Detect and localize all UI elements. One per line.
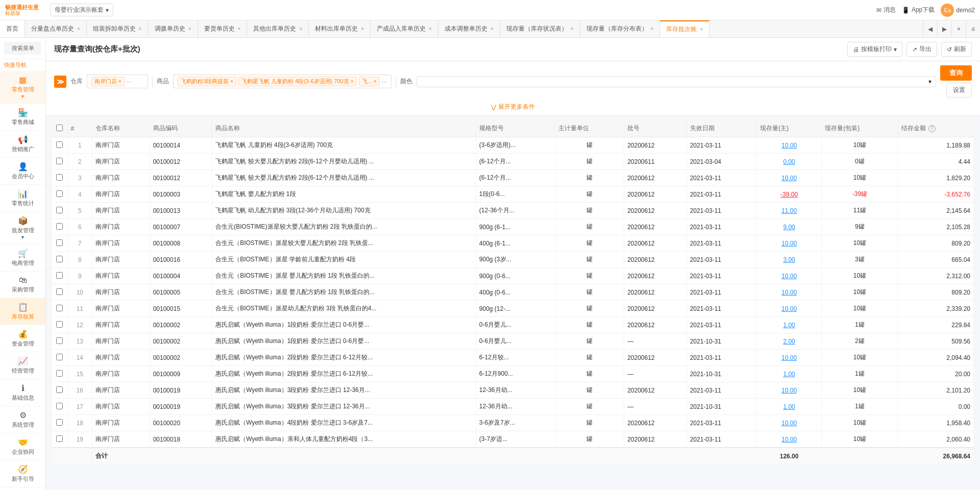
stock-main-link[interactable]: 1.00 (783, 322, 795, 329)
sidebar-item-purchase[interactable]: 🛍 采购管理 (0, 272, 45, 298)
row-checkbox[interactable] (56, 174, 63, 181)
row-checkbox[interactable] (56, 158, 63, 164)
row-checkbox[interactable] (56, 223, 63, 230)
close-icon[interactable]: × (238, 26, 241, 32)
stock-main-link[interactable]: 1.00 (783, 403, 795, 410)
row-checkbox-cell[interactable] (52, 186, 67, 203)
row-checkbox[interactable] (56, 386, 63, 393)
sidebar-item-basics[interactable]: ℹ 基础信息 (0, 379, 45, 406)
tab-next-button[interactable]: ▶ (937, 20, 951, 38)
export-button[interactable]: ↗ 导出 (906, 42, 937, 57)
close-icon[interactable]: × (299, 26, 302, 32)
select-all-checkbox[interactable] (56, 125, 63, 131)
stock-main-link[interactable]: 9.00 (783, 224, 795, 231)
row-checkbox-cell[interactable] (52, 219, 67, 235)
account-dropdown[interactable]: 母婴行业演示账套 ▾ (50, 4, 113, 16)
tab-kucun-pici[interactable]: 库存批次账 × (660, 20, 709, 38)
row-checkbox[interactable] (56, 272, 63, 279)
row-checkbox-cell[interactable] (52, 366, 67, 382)
tab-cailiaochuku[interactable]: 材料出库单历史 × (309, 20, 371, 38)
close-icon[interactable]: × (188, 26, 191, 32)
row-checkbox-cell[interactable] (52, 170, 67, 186)
stock-main-link[interactable]: 10.00 (781, 289, 797, 296)
stock-main-link[interactable]: 2.00 (783, 338, 795, 345)
sidebar-item-system[interactable]: ⚙ 系统管理 (0, 406, 45, 433)
stock-main-link[interactable]: 10.00 (781, 387, 797, 394)
amount-info-icon[interactable]: ? (928, 125, 936, 132)
row-checkbox-cell[interactable] (52, 350, 67, 366)
sidebar-item-wholesale[interactable]: 📦 批发管理 ▾ (0, 212, 45, 244)
stock-main-link[interactable]: 0.00 (783, 158, 795, 165)
row-checkbox[interactable] (56, 141, 63, 148)
row-checkbox[interactable] (56, 337, 63, 344)
row-checkbox-cell[interactable] (52, 415, 67, 431)
row-checkbox[interactable] (56, 370, 63, 377)
stock-main-link[interactable]: 1.00 (783, 371, 795, 378)
stock-main-link[interactable]: 10.00 (781, 436, 797, 443)
sidebar-item-retail-shop[interactable]: 🏪 零售商城 (0, 104, 45, 131)
tab-diaobodanji[interactable]: 调拨单历史 × (149, 20, 198, 38)
stock-main-link[interactable]: 10.00 (781, 354, 797, 361)
sidebar-item-retail-mgmt[interactable]: ▦ 零售管理 ▾ (0, 71, 45, 104)
row-checkbox[interactable] (56, 419, 63, 426)
row-checkbox-cell[interactable] (52, 235, 67, 252)
row-checkbox-cell[interactable] (52, 399, 67, 415)
tab-chanchengpin[interactable]: 产成品入库单历史 × (371, 20, 438, 38)
close-icon[interactable]: × (651, 26, 654, 32)
row-checkbox[interactable] (56, 256, 63, 262)
sidebar-item-retail-stat[interactable]: 📊 零售统计 (0, 185, 45, 212)
close-icon[interactable]: × (700, 27, 703, 32)
stock-main-link[interactable]: 10.00 (781, 240, 797, 247)
row-checkbox[interactable] (56, 190, 63, 197)
row-checkbox[interactable] (56, 403, 63, 409)
template-print-button[interactable]: 🖨 按模板打印 ▾ (847, 42, 902, 57)
tab-xiancunliang1[interactable]: 现存量（库存状况表） × (500, 20, 580, 38)
remove-product-tag-3[interactable]: × (374, 79, 377, 84)
row-checkbox-cell[interactable] (52, 154, 67, 170)
user-area[interactable]: Ea demo2 (941, 4, 975, 17)
row-checkbox[interactable] (56, 305, 63, 311)
filter-toggle-button[interactable]: ≫ (54, 76, 66, 88)
remove-product-tag-1[interactable]: × (230, 79, 233, 84)
row-checkbox-cell[interactable] (52, 431, 67, 448)
sidebar-item-marketing[interactable]: 📢 营销推广 (0, 131, 45, 158)
tab-chengbentiaoz[interactable]: 成本调整单历史 × (438, 20, 500, 38)
warehouse-filter-input[interactable]: 南岸门店 × ··· (87, 75, 148, 88)
tab-fenliangpandian[interactable]: 分量盘点单历史 × (25, 20, 87, 38)
tab-close-button[interactable]: × (951, 20, 966, 38)
color-filter-input[interactable]: ▾ (416, 76, 936, 87)
stock-main-link[interactable]: 10.00 (781, 142, 797, 149)
close-icon[interactable]: × (361, 26, 364, 32)
sidebar-item-ecommerce[interactable]: 🛒 电商管理 (0, 244, 45, 272)
close-icon[interactable]: × (571, 26, 574, 32)
filter-ellipsis2[interactable]: ··· (382, 78, 387, 85)
row-checkbox[interactable] (56, 207, 63, 213)
close-icon[interactable]: × (77, 26, 80, 32)
row-checkbox[interactable] (56, 288, 63, 295)
sidebar-item-guide[interactable]: 🧭 新手引导 (0, 460, 45, 487)
expand-more-button[interactable]: ⋁ 展开更多条件 (491, 103, 535, 111)
sidebar-item-finance[interactable]: 💰 资金管理 (0, 325, 45, 352)
stock-main-link[interactable]: 10.00 (781, 420, 797, 427)
close-icon[interactable]: × (491, 26, 494, 32)
close-icon[interactable]: × (139, 26, 142, 32)
row-checkbox-cell[interactable] (52, 137, 67, 154)
tab-zuzhangchaijian[interactable]: 组装拆卸单历史 × (87, 20, 149, 38)
stock-main-link[interactable]: 3.00 (783, 256, 795, 263)
row-checkbox[interactable] (56, 435, 63, 442)
tab-qitachuku[interactable]: 其他出库单历史 × (247, 20, 309, 38)
refresh-button[interactable]: ↺ 刷新 (941, 42, 972, 57)
sidebar-item-collab[interactable]: 🤝 企业协同 (0, 433, 45, 460)
row-checkbox-cell[interactable] (52, 382, 67, 399)
stock-main-link[interactable]: 10.00 (781, 273, 797, 280)
row-checkbox[interactable] (56, 321, 63, 328)
setting-button[interactable]: 设置 (946, 83, 972, 97)
sidebar-item-inventory[interactable]: 📋 库存核算 (0, 298, 45, 325)
remove-warehouse-tag[interactable]: × (118, 79, 121, 84)
stock-main-link[interactable]: -39.00 (780, 191, 798, 198)
stock-main-link[interactable]: 10.00 (781, 305, 797, 312)
row-checkbox-cell[interactable] (52, 284, 67, 301)
row-checkbox-cell[interactable] (52, 333, 67, 350)
row-checkbox-cell[interactable] (52, 268, 67, 284)
stock-main-link[interactable]: 10.00 (781, 175, 797, 182)
